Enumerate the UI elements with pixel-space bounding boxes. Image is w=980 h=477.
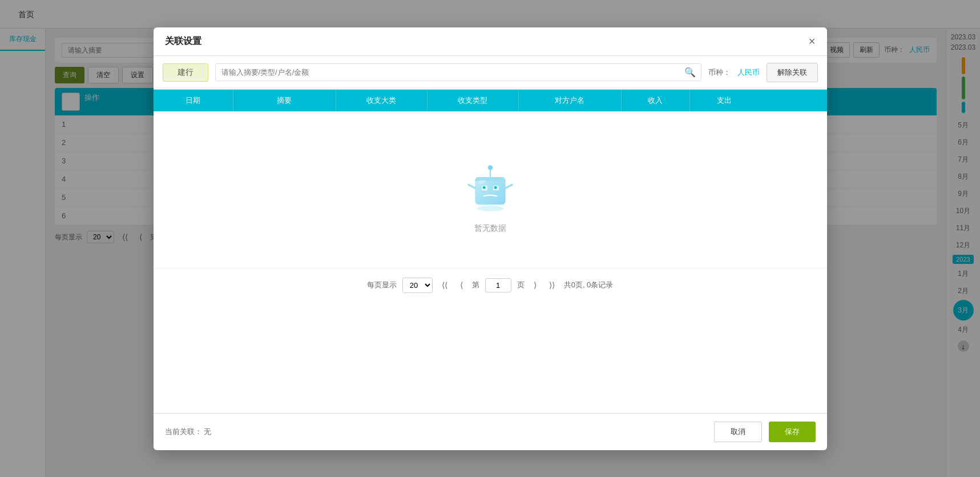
svg-line-8 [468, 185, 475, 188]
page-number-input[interactable] [485, 278, 511, 292]
modal-currency-value: 人民币 [737, 67, 760, 78]
per-page-select[interactable]: 20 [402, 278, 433, 293]
bank-tag: 建行 [163, 63, 208, 82]
cancel-button[interactable]: 取消 [714, 422, 762, 442]
empty-icon [462, 157, 519, 214]
current-link-info: 当前关联： 无 [165, 427, 212, 437]
modal-overlay: 关联设置 × 建行 🔍 币种： 人民币 解除关联 日期 摘要 收支大类 [0, 0, 980, 477]
save-button[interactable]: 保存 [769, 422, 816, 442]
modal-footer: 当前关联： 无 取消 保存 [154, 413, 827, 450]
next-page-button[interactable]: ⟩ [530, 279, 540, 291]
empty-state: 暂无数据 [154, 111, 827, 268]
page-total: 共0页, 0条记录 [564, 280, 614, 290]
first-page-button[interactable]: ⟨⟨ [438, 279, 451, 291]
modal-search-input[interactable] [215, 63, 701, 81]
th-counterparty: 对方户名 [519, 90, 622, 111]
modal-search-area: 建行 🔍 币种： 人民币 解除关联 [154, 56, 827, 90]
modal-pagination: 每页显示 20 ⟨⟨ ⟨ 第 页 ⟩ ⟩⟩ 共0页, 0条记录 [154, 268, 827, 302]
modal-currency-label: 币种： [708, 67, 731, 78]
th-expense: 支出 [690, 90, 759, 111]
th-income: 收入 [622, 90, 690, 111]
th-income-expense-category: 收支大类 [336, 90, 428, 111]
current-link-value: 无 [204, 427, 211, 436]
svg-point-4 [482, 186, 485, 189]
svg-point-5 [494, 186, 497, 189]
svg-point-7 [487, 165, 492, 170]
th-date: 日期 [154, 90, 233, 111]
search-icon: 🔍 [684, 67, 696, 78]
search-input-wrap: 🔍 [215, 63, 701, 81]
page-label: 第 [472, 280, 479, 290]
prev-page-button[interactable]: ⟨ [457, 279, 466, 291]
modal-associate-settings: 关联设置 × 建行 🔍 币种： 人民币 解除关联 日期 摘要 收支大类 [154, 27, 827, 450]
last-page-button[interactable]: ⟩⟩ [546, 279, 558, 291]
modal-body: 建行 🔍 币种： 人民币 解除关联 日期 摘要 收支大类 收支类型 对方户名 收… [154, 56, 827, 413]
svg-point-0 [477, 206, 503, 211]
th-income-expense-type: 收支类型 [428, 90, 519, 111]
current-link-label: 当前关联： [165, 427, 202, 436]
modal-close-button[interactable]: × [809, 35, 816, 47]
svg-line-9 [505, 185, 512, 188]
footer-buttons: 取消 保存 [714, 422, 816, 442]
modal-table-header: 日期 摘要 收支大类 收支类型 对方户名 收入 支出 [154, 90, 827, 111]
per-page-label: 每页显示 [367, 280, 397, 290]
page-suffix: 页 [517, 280, 525, 290]
empty-text: 暂无数据 [474, 223, 506, 234]
modal-title: 关联设置 [165, 35, 201, 47]
modal-header: 关联设置 × [154, 27, 827, 56]
unlink-button[interactable]: 解除关联 [767, 63, 818, 82]
th-summary: 摘要 [233, 90, 336, 111]
